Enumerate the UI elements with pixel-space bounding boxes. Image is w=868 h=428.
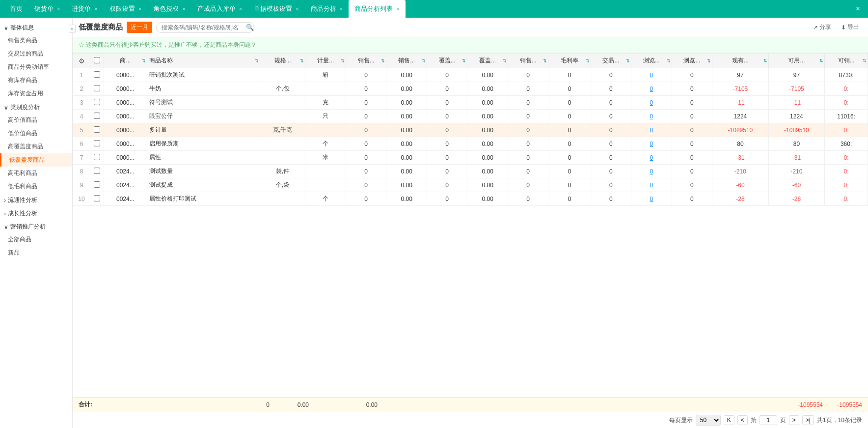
settings-icon[interactable]: ⚙ [79, 57, 85, 65]
cell-browse1[interactable]: 0 [631, 110, 672, 123]
select-all-checkbox[interactable] [94, 57, 100, 63]
nav-close-permission-settings[interactable]: × [138, 0, 141, 18]
cell-checkbox[interactable] [90, 82, 104, 96]
cell-checkbox[interactable] [90, 110, 104, 123]
nav-close-purchase-order[interactable]: × [94, 0, 97, 18]
cell-browse1[interactable]: 0 [631, 192, 672, 206]
nav-permission-settings[interactable]: 权限设置 × [104, 0, 147, 18]
nav-close-all-button[interactable]: × [852, 4, 864, 13]
th-available[interactable]: 可用... ⇅ [768, 54, 825, 68]
nav-purchase-order[interactable]: 进货单 × [66, 0, 103, 18]
nav-home[interactable]: 首页 [4, 0, 28, 18]
sidebar-item-traded-goods[interactable]: 交易过的商品 [0, 47, 72, 60]
sidebar-item-category-rate[interactable]: 商品分类动销率 [0, 60, 72, 74]
th-sales1[interactable]: 销售... ⇅ [346, 54, 386, 68]
nav-goods-analysis[interactable]: 商品分析 × [305, 0, 349, 18]
nav-close-sales-order[interactable]: × [57, 0, 60, 18]
cell-checkbox[interactable] [90, 137, 104, 151]
th-unit[interactable]: 计量... ⇅ [305, 54, 346, 68]
th-gross[interactable]: 毛利率 ⇅ [548, 54, 591, 68]
date-filter-button[interactable]: 近一月 [127, 22, 152, 33]
sidebar-section-growth[interactable]: › 成长性分析 [0, 206, 72, 220]
page-size-select[interactable]: 50 100 200 [696, 415, 721, 426]
cell-coverage1: 0 [427, 110, 467, 123]
table-container[interactable]: ⚙ 商... ⇅ 商品名称 ⇅ [73, 53, 868, 397]
sidebar-collapse-btn[interactable]: « [69, 25, 76, 33]
nav-role-auth[interactable]: 角色授权 × [147, 0, 191, 18]
next-page-btn[interactable]: > [789, 415, 799, 425]
row-checkbox[interactable] [94, 154, 100, 160]
cell-browse1[interactable]: 0 [631, 137, 672, 151]
cell-browse1[interactable]: 0 [631, 68, 672, 82]
sidebar-item-stock-capital[interactable]: 库存资金占用 [0, 87, 72, 100]
sidebar-section-circulation[interactable]: › 流通性分析 [0, 193, 72, 206]
th-settings[interactable]: ⚙ [73, 54, 90, 68]
cell-checkbox[interactable] [90, 165, 104, 178]
row-checkbox[interactable] [94, 195, 100, 201]
th-current[interactable]: 现有... ⇅ [712, 54, 769, 68]
sidebar-section-category[interactable]: ∨ 类别度分析 [0, 100, 72, 114]
cell-checkbox[interactable] [90, 123, 104, 137]
share-button[interactable]: ↗ 分享 [810, 22, 834, 33]
th-sales2[interactable]: 销售... ⇅ [386, 54, 427, 68]
nav-product-stock[interactable]: 产成品入库单 × [191, 0, 248, 18]
cell-browse1[interactable]: 0 [631, 82, 672, 96]
th-browse1[interactable]: 浏览... ⇅ [631, 54, 672, 68]
row-checkbox[interactable] [94, 113, 100, 119]
last-page-btn[interactable]: >| [802, 415, 814, 425]
th-browse2[interactable]: 浏览... ⇅ [672, 54, 712, 68]
cell-checkbox[interactable] [90, 96, 104, 110]
nav-close-goods-analysis[interactable]: × [340, 0, 343, 18]
th-name[interactable]: 商品名称 ⇅ [147, 54, 260, 68]
nav-goods-analysis-list[interactable]: 商品分析列表 × [349, 0, 405, 18]
sidebar-item-sales-goods[interactable]: 销售类商品 [0, 34, 72, 47]
nav-sales-order[interactable]: 销货单 × [28, 0, 66, 18]
sidebar-item-high-coverage[interactable]: 高覆盖度商品 [0, 140, 72, 153]
cell-browse1[interactable]: 0 [631, 151, 672, 165]
cell-checkbox[interactable] [90, 192, 104, 206]
sidebar-item-high-gross[interactable]: 高毛利商品 [0, 167, 72, 180]
sidebar-section-overall[interactable]: ∨ 整体信息 [0, 21, 72, 34]
nav-close-product-stock[interactable]: × [239, 0, 242, 18]
cell-checkbox[interactable] [90, 68, 104, 82]
row-checkbox[interactable] [94, 168, 100, 174]
prev-page-btn[interactable]: < [737, 415, 748, 425]
cell-checkbox[interactable] [90, 151, 104, 165]
sidebar-item-low-gross[interactable]: 低毛利商品 [0, 180, 72, 193]
row-checkbox[interactable] [94, 71, 100, 78]
sidebar-item-low-coverage[interactable]: 低覆盖度商品 [0, 153, 72, 167]
sidebar-item-low-value[interactable]: 低价值商品 [0, 127, 72, 140]
search-icon[interactable]: 🔍 [246, 24, 254, 31]
sidebar-item-all-goods[interactable]: 全部商品 [0, 233, 72, 246]
nav-close-goods-analysis-list[interactable]: × [396, 0, 399, 18]
cell-browse1[interactable]: 0 [631, 178, 672, 192]
row-checkbox[interactable] [94, 99, 100, 105]
th-trade[interactable]: 交易... ⇅ [591, 54, 631, 68]
sidebar-item-new-goods[interactable]: 新品 [0, 246, 72, 259]
row-checkbox[interactable] [94, 140, 100, 146]
nav-template-settings[interactable]: 单据模板设置 × [248, 0, 304, 18]
th-sellable[interactable]: 可销... ⇅ [825, 54, 868, 68]
cell-checkbox[interactable] [90, 178, 104, 192]
th-spec[interactable]: 规格... ⇅ [260, 54, 305, 68]
first-page-btn[interactable]: K [724, 415, 734, 425]
cell-browse1[interactable]: 0 [631, 165, 672, 178]
sidebar-item-stocked-goods[interactable]: 有库存商品 [0, 74, 72, 87]
nav-close-role-auth[interactable]: × [182, 0, 185, 18]
sidebar-item-high-value[interactable]: 高价值商品 [0, 114, 72, 127]
row-checkbox[interactable] [94, 181, 100, 188]
th-code[interactable]: 商... ⇅ [104, 54, 147, 68]
search-input[interactable] [156, 22, 254, 33]
row-checkbox[interactable] [94, 126, 100, 133]
page-number-input[interactable] [760, 415, 777, 425]
th-checkbox[interactable] [90, 54, 104, 68]
nav-close-template-settings[interactable]: × [296, 0, 298, 18]
th-coverage1[interactable]: 覆盖... ⇅ [427, 54, 467, 68]
cell-browse1[interactable]: 0 [631, 123, 672, 137]
export-button[interactable]: ⬇ 导出 [838, 22, 862, 33]
cell-browse1[interactable]: 0 [631, 96, 672, 110]
th-sales3[interactable]: 销售... ⇅ [508, 54, 548, 68]
sidebar-section-marketing[interactable]: ∨ 营销推广分析 [0, 220, 72, 233]
row-checkbox[interactable] [94, 85, 100, 91]
th-coverage2[interactable]: 覆盖... ⇅ [467, 54, 508, 68]
